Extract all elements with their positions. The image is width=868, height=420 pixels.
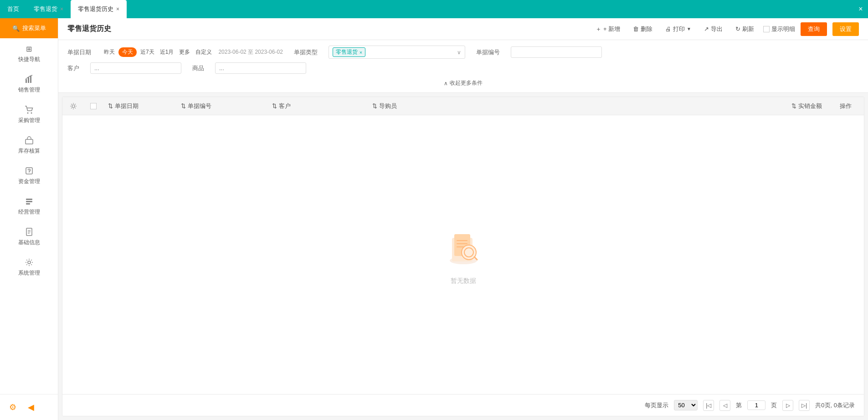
export-icon: ↗ — [704, 26, 709, 32]
next-page-button[interactable]: ▷ — [782, 400, 793, 411]
sort-amount-icon: ⇅ — [791, 102, 796, 109]
date-label: 单据日期 — [67, 48, 91, 56]
th-settings[interactable] — [62, 102, 84, 110]
filter-row-2: 客户 商品 — [67, 62, 859, 74]
date-btn-7days[interactable]: 近7天 — [139, 47, 156, 57]
page-header: 零售退货历史 ＋ + 新增 🗑 删除 🖨 打印 ▼ ↗ 导出 — [58, 18, 868, 40]
bill-type-dropdown-arrow: ∨ — [457, 49, 461, 56]
th-action: 操作 — [827, 102, 864, 110]
th-amount[interactable]: ⇅ 实销金额 — [449, 102, 827, 110]
inventory-label: 库存核算 — [18, 147, 40, 155]
sidebar-item-operations[interactable]: 经营管理 — [0, 191, 58, 221]
date-btn-today[interactable]: 今天 — [118, 47, 137, 57]
new-icon: ＋ — [596, 25, 601, 33]
date-btn-yesterday[interactable]: 昨天 — [102, 47, 117, 57]
svg-rect-2 — [30, 76, 31, 83]
th-customer[interactable]: ⇅ 客户 — [267, 102, 367, 110]
th-date[interactable]: ⇅ 单据日期 — [103, 102, 175, 110]
query-button[interactable]: 查询 — [801, 22, 827, 36]
bill-type-select[interactable]: 零售退货 × ∨ — [329, 46, 465, 59]
inventory-icon — [24, 135, 34, 145]
search-menu-label: 搜索菜单 — [22, 24, 46, 32]
quick-nav-label: 快捷导航 — [18, 56, 40, 63]
page-label: 第 — [736, 401, 742, 410]
refresh-button[interactable]: ↻ 刷新 — [732, 23, 758, 35]
prev-page-button[interactable]: ◁ — [719, 400, 730, 411]
show-detail-checkbox[interactable] — [763, 26, 770, 32]
toolbar: ＋ + 新增 🗑 删除 🖨 打印 ▼ ↗ 导出 ↻ — [592, 22, 859, 36]
sidebar: 🔍 搜索菜单 ⊞ 快捷导航 销售管理 采购管理 库存核算 — [0, 18, 58, 420]
bill-no-label: 单据编号 — [476, 48, 500, 56]
show-detail-label: 显示明细 — [763, 25, 795, 33]
tab-retail-return[interactable]: 零售退货 × — [26, 0, 71, 18]
settings-bottom-button[interactable]: ⚙ — [5, 400, 20, 415]
table-area: ⇅ 单据日期 ⇅ 单据编号 ⇅ 客户 ⇅ 导购员 ⇅ 实销金额 — [62, 97, 864, 416]
window-close-button[interactable]: × — [853, 0, 868, 18]
finance-icon — [24, 166, 34, 176]
delete-button[interactable]: 🗑 删除 — [629, 23, 656, 35]
per-page-select[interactable]: 50 10 20 100 — [674, 400, 698, 410]
search-menu-button[interactable]: 🔍 搜索菜单 — [0, 18, 58, 38]
bill-type-remove-icon[interactable]: × — [360, 50, 362, 55]
date-btn-custom[interactable]: 自定义 — [194, 47, 214, 57]
sort-customer-icon: ⇅ — [272, 102, 277, 109]
sys-mgmt-label: 系统管理 — [18, 269, 40, 277]
export-button[interactable]: ↗ 导出 — [700, 23, 726, 35]
collapse-button[interactable]: ∧ 收起更多条件 — [444, 79, 483, 87]
sidebar-item-purchase-mgmt[interactable]: 采购管理 — [0, 99, 58, 130]
sidebar-item-quick-nav[interactable]: ⊞ 快捷导航 — [0, 38, 58, 69]
collapse-sidebar-button[interactable]: ◀ — [24, 400, 38, 415]
bill-type-tag: 零售退货 × — [333, 47, 365, 57]
sidebar-item-basic-info[interactable]: 基础信息 — [0, 221, 58, 252]
tab-retail-return-history-label: 零售退货历史 — [78, 5, 113, 13]
sidebar-item-inventory[interactable]: 库存核算 — [0, 130, 58, 160]
date-btn-more[interactable]: 更多 — [177, 47, 192, 57]
tab-home[interactable]: 首页 — [0, 0, 26, 18]
collapse-up-icon: ∧ — [444, 80, 448, 87]
content-area: 零售退货历史 ＋ + 新增 🗑 删除 🖨 打印 ▼ ↗ 导出 — [58, 18, 868, 420]
empty-icon — [441, 224, 486, 270]
print-button[interactable]: 🖨 打印 ▼ — [662, 23, 695, 35]
tab-retail-return-history-close[interactable]: × — [116, 6, 119, 12]
last-page-button[interactable]: ▷| — [799, 400, 810, 411]
svg-rect-0 — [26, 79, 27, 83]
sales-mgmt-label: 销售管理 — [18, 86, 40, 94]
bill-type-tag-text: 零售退货 — [336, 48, 358, 56]
th-bill-no[interactable]: ⇅ 单据编号 — [175, 102, 267, 110]
first-page-button[interactable]: |◁ — [703, 400, 714, 411]
svg-rect-1 — [28, 77, 29, 83]
th-checkbox[interactable] — [84, 103, 103, 109]
page-unit: 页 — [771, 401, 777, 410]
tab-retail-return-history[interactable]: 零售退货历史 × — [71, 0, 127, 18]
settings-button[interactable]: 设置 — [832, 22, 859, 36]
page-summary: 共0页, 0条记录 — [815, 401, 855, 410]
sort-date-icon: ⇅ — [108, 102, 113, 109]
tab-retail-return-label: 零售退货 — [34, 5, 57, 13]
svg-rect-7 — [26, 199, 32, 200]
sort-guide-icon: ⇅ — [372, 102, 377, 109]
bill-no-input[interactable] — [511, 46, 602, 58]
table-header: ⇅ 单据日期 ⇅ 单据编号 ⇅ 客户 ⇅ 导购员 ⇅ 实销金额 — [62, 97, 864, 115]
th-guide[interactable]: ⇅ 导购员 — [367, 102, 449, 110]
page-title: 零售退货历史 — [67, 24, 592, 34]
main-layout: 🔍 搜索菜单 ⊞ 快捷导航 销售管理 采购管理 库存核算 — [0, 18, 868, 420]
goods-input[interactable] — [215, 62, 306, 74]
sidebar-item-finance[interactable]: 资金管理 — [0, 160, 58, 191]
bill-type-label: 单据类型 — [294, 48, 318, 56]
svg-rect-5 — [26, 139, 33, 144]
goods-label: 商品 — [192, 64, 204, 72]
date-btn-1month[interactable]: 近1月 — [158, 47, 176, 57]
svg-rect-8 — [26, 201, 32, 202]
new-button[interactable]: ＋ + 新增 — [592, 23, 624, 35]
tab-retail-return-close[interactable]: × — [60, 6, 63, 12]
page-number-input[interactable] — [747, 400, 765, 410]
select-all-checkbox[interactable] — [90, 103, 97, 109]
print-icon: 🖨 — [665, 26, 671, 32]
sidebar-item-sales-mgmt[interactable]: 销售管理 — [0, 69, 58, 99]
svg-rect-9 — [26, 203, 30, 205]
customer-input[interactable] — [90, 62, 181, 74]
empty-text: 暂无数据 — [451, 277, 476, 285]
purchase-mgmt-icon — [24, 105, 34, 115]
sidebar-item-sys-mgmt[interactable]: 系统管理 — [0, 252, 58, 282]
svg-point-15 — [72, 105, 75, 108]
